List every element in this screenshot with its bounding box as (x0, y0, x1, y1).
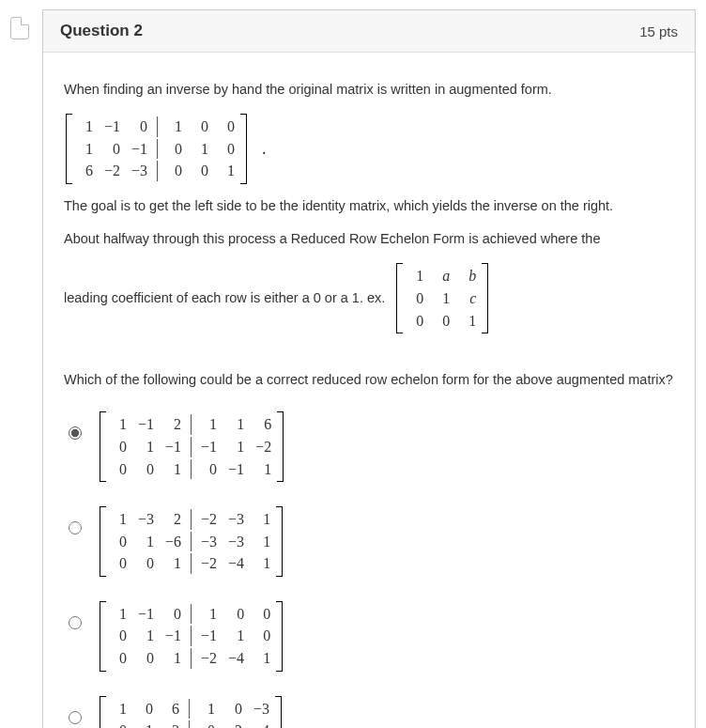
matrix-cell: −1 (191, 626, 217, 646)
matrix-cell: −4 (253, 720, 269, 728)
option-matrix: 1−1211601−1−11−20010−11 (100, 411, 284, 482)
matrix-cell: 0 (112, 437, 127, 457)
matrix-cell: 1 (138, 626, 154, 646)
matrix-cell: c (461, 288, 476, 309)
matrix-cell: 0 (255, 604, 270, 625)
matrix-cell: 1 (112, 699, 127, 720)
matrix-cell: 6 (255, 414, 271, 435)
matrix-cell: −2 (255, 437, 271, 457)
matrix-cell: a (435, 266, 450, 287)
answer-option[interactable]: 1−1010001−1−110001−2−41 (64, 592, 674, 687)
matrix-cell: 1 (157, 116, 182, 137)
matrix-cell: 1 (191, 604, 217, 625)
matrix-cell: 0 (112, 532, 127, 552)
matrix-cell: 0 (408, 288, 423, 309)
matrix-cell: 1 (78, 116, 93, 137)
answer-options: 1−1211601−1−11−20010−111−32−2−3101−6−3−3… (64, 402, 674, 728)
option-matrix: 1−1010001−1−110001−2−41 (100, 601, 283, 672)
answer-option[interactable]: 10610−301302−4001−1−16 (64, 687, 674, 728)
question-title: Question 2 (60, 22, 143, 40)
given-augmented-matrix: 1−1010010−10106−2−3001 (66, 114, 247, 184)
matrix-cell: −1 (165, 626, 181, 646)
matrix-cell: 1 (193, 139, 208, 160)
matrix-cell: 1 (165, 553, 181, 574)
matrix-cell: 0 (191, 459, 217, 480)
leading-text: leading coefficient of each row is eithe… (64, 287, 385, 309)
matrix-cell: 2 (165, 414, 181, 435)
matrix-cell: 0 (157, 139, 182, 160)
halfway-text: About halfway through this process a Red… (64, 228, 674, 250)
matrix-cell: 0 (157, 161, 182, 181)
question-body: When finding an inverse by hand the orig… (43, 53, 695, 728)
matrix-cell: −1 (165, 437, 181, 457)
matrix-cell: 0 (435, 311, 450, 332)
matrix-cell: 0 (104, 139, 120, 160)
matrix-cell: −2 (191, 509, 217, 530)
matrix-cell: 0 (408, 311, 423, 332)
matrix-cell: 0 (193, 116, 208, 137)
option-matrix: 10610−301302−4001−1−16 (100, 696, 282, 728)
matrix-cell: −6 (165, 532, 181, 552)
matrix-cell: −3 (228, 532, 244, 552)
answer-radio[interactable] (69, 426, 82, 440)
question-header: Question 2 15 pts (43, 10, 695, 53)
answer-radio[interactable] (69, 711, 82, 724)
example-matrix: 1ab01c001 (396, 263, 488, 333)
answer-option[interactable]: 1−32−2−3101−6−3−31001−2−41 (64, 497, 674, 592)
matrix-cell: 0 (112, 553, 127, 574)
question-card: Question 2 15 pts When finding an invers… (42, 9, 696, 728)
matrix-cell: −2 (191, 648, 217, 669)
matrix-cell: 1 (220, 161, 235, 181)
matrix-cell: 1 (255, 509, 270, 530)
matrix-cell: −1 (228, 459, 244, 480)
matrix-cell: 2 (226, 720, 242, 728)
matrix-cell: −3 (253, 699, 269, 720)
matrix-cell: 6 (164, 699, 179, 720)
goal-text: The goal is to get the left side to be t… (64, 195, 674, 217)
matrix-cell: −1 (104, 116, 120, 137)
matrix-cell: 1 (165, 648, 181, 669)
matrix-cell: −4 (228, 648, 244, 669)
matrix-cell: −2 (191, 553, 217, 574)
matrix-cell: 1 (255, 553, 270, 574)
matrix-cell: −1 (191, 437, 217, 457)
intro-text: When finding an inverse by hand the orig… (64, 79, 674, 101)
matrix-cell: 1 (228, 414, 244, 435)
matrix-cell: 0 (193, 161, 208, 181)
matrix-cell: 1 (165, 459, 181, 480)
matrix-cell: −3 (228, 509, 244, 530)
matrix-cell: 0 (220, 139, 235, 160)
matrix-cell: 0 (189, 720, 215, 728)
matrix-cell: 0 (112, 626, 127, 646)
matrix-cell: −3 (131, 161, 147, 181)
prompt-text: Which of the following could be a correc… (64, 369, 674, 391)
matrix-cell: 1 (138, 532, 154, 552)
matrix-cell: 0 (228, 604, 244, 625)
matrix-cell: 1 (112, 604, 127, 625)
matrix-cell: 0 (226, 699, 242, 720)
matrix-cell: −1 (138, 604, 154, 625)
matrix-cell: 1 (191, 414, 217, 435)
matrix-cell: 1 (255, 459, 271, 480)
matrix-cell: −3 (191, 532, 217, 552)
matrix-cell: 0 (138, 459, 154, 480)
matrix-cell: b (461, 266, 476, 287)
answer-option[interactable]: 1−1211601−1−11−20010−11 (64, 402, 674, 497)
matrix-cell: 0 (112, 459, 127, 480)
matrix-cell: 0 (131, 116, 147, 137)
matrix-cell: 0 (138, 553, 154, 574)
period: . (262, 135, 267, 163)
matrix-cell: 1 (435, 288, 450, 309)
matrix-cell: 1 (228, 626, 244, 646)
matrix-cell: 1 (189, 699, 215, 720)
answer-radio[interactable] (69, 521, 82, 534)
page-icon (10, 17, 29, 39)
matrix-cell: 1 (112, 509, 127, 530)
matrix-cell: −1 (138, 414, 154, 435)
matrix-cell: −4 (228, 553, 244, 574)
matrix-cell: 1 (138, 437, 154, 457)
answer-radio[interactable] (69, 616, 82, 629)
matrix-cell: −3 (138, 509, 154, 530)
matrix-cell: 1 (228, 437, 244, 457)
matrix-cell: 0 (112, 648, 127, 669)
